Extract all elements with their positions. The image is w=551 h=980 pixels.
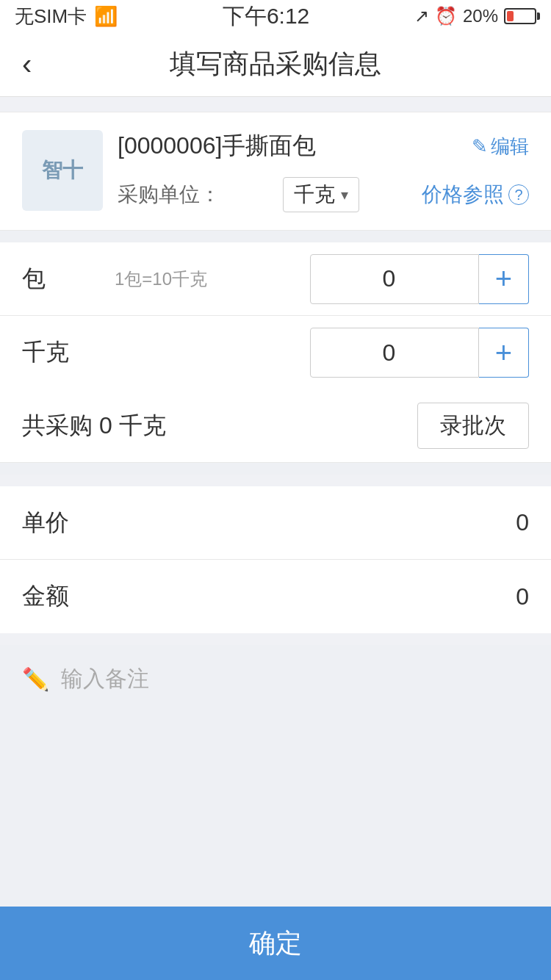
kg-input-row: 千克 + (0, 316, 551, 389)
plus-icon: + (495, 262, 512, 295)
unit-row: 采购单位： 千克 ▾ 价格参照 ? (118, 177, 529, 212)
battery-fill (507, 11, 514, 21)
help-icon: ? (508, 184, 529, 205)
location-icon: ↗ (414, 6, 429, 26)
back-button[interactable]: ‹ (22, 48, 32, 81)
pack-plus-button[interactable]: + (479, 254, 529, 304)
empty-space (0, 713, 551, 934)
kg-input[interactable] (310, 328, 479, 378)
product-card: 智十 [0000006]手撕面包 ✎ 编辑 采购单位： 千克 ▾ 价格参照 ? (0, 112, 551, 231)
unit-price-value: 0 (516, 509, 529, 536)
unit-select[interactable]: 千克 ▾ (283, 177, 359, 212)
product-name: [0000006]手撕面包 (118, 130, 316, 162)
amount-label: 金额 (22, 580, 69, 613)
price-info-section: 单价 0 金额 0 (0, 486, 551, 633)
pencil-icon: ✏️ (22, 666, 49, 692)
unit-label: 采购单位： (118, 181, 220, 209)
amount-row: 金额 0 (0, 560, 551, 633)
total-text: 共采购 0 千克 (22, 410, 166, 442)
amount-value: 0 (516, 583, 529, 610)
battery-percent: 20% (463, 6, 498, 26)
page-title: 填写商品采购信息 (170, 46, 381, 82)
status-time: 下午6:12 (223, 1, 309, 32)
product-name-row: [0000006]手撕面包 ✎ 编辑 (118, 130, 529, 162)
pack-sub-label: 1包=10千克 (115, 267, 310, 291)
section-divider-1 (0, 231, 551, 242)
kg-plus-icon: + (495, 336, 512, 370)
status-right: ↗ ⏰ 20% (414, 6, 536, 26)
status-left: 无SIM卡 📶 (15, 4, 118, 29)
kg-label: 千克 (22, 336, 110, 369)
confirm-button[interactable]: 确定 (0, 907, 551, 980)
status-bar: 无SIM卡 📶 下午6:12 ↗ ⏰ 20% (0, 0, 551, 32)
chevron-down-icon: ▾ (341, 186, 348, 203)
total-value: 0 (99, 412, 112, 439)
product-image: 智十 (22, 130, 103, 211)
edit-icon: ✎ (472, 135, 488, 158)
unit-value: 千克 (294, 181, 335, 209)
price-ref-label: 价格参照 (422, 181, 504, 209)
section-divider-2 (0, 463, 551, 475)
product-logo-text: 智十 (42, 156, 83, 184)
wifi-icon: 📶 (94, 5, 118, 28)
total-unit: 千克 (119, 412, 166, 439)
unit-price-label: 单价 (22, 507, 69, 539)
notes-placeholder: 输入备注 (61, 664, 149, 694)
edit-button[interactable]: ✎ 编辑 (472, 134, 529, 159)
nav-bar: ‹ 填写商品采购信息 (0, 32, 551, 97)
notes-section[interactable]: ✏️ 输入备注 (0, 645, 551, 713)
carrier-label: 无SIM卡 (15, 4, 87, 29)
battery-icon (504, 8, 536, 24)
record-batch-button[interactable]: 录批次 (417, 403, 529, 449)
unit-price-row: 单价 0 (0, 486, 551, 560)
total-row: 共采购 0 千克 录批次 (0, 389, 551, 463)
kg-input-wrap: + (310, 328, 529, 378)
total-section: 共采购 0 千克 录批次 (0, 389, 551, 463)
total-label: 共采购 (22, 412, 93, 439)
pack-input-wrap: + (310, 254, 529, 304)
alarm-icon: ⏰ (435, 6, 457, 26)
price-ref-button[interactable]: 价格参照 ? (422, 181, 529, 209)
kg-plus-button[interactable]: + (479, 328, 529, 378)
pack-label: 包 (22, 263, 110, 295)
product-info: [0000006]手撕面包 ✎ 编辑 采购单位： 千克 ▾ 价格参照 ? (118, 130, 529, 212)
edit-label: 编辑 (491, 134, 529, 159)
pack-input-row: 包 1包=10千克 + (0, 242, 551, 316)
input-section: 包 1包=10千克 + 千克 + (0, 242, 551, 389)
pack-input[interactable] (310, 254, 479, 304)
